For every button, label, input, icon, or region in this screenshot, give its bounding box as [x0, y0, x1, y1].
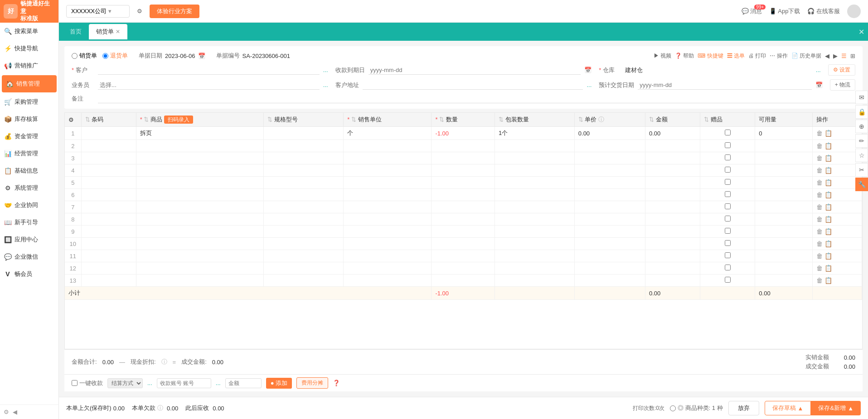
settings-icon[interactable]: ⚙	[4, 409, 9, 415]
delete-icon[interactable]: 🗑	[816, 216, 823, 223]
copy-icon[interactable]: 📋	[824, 216, 832, 223]
amount-input[interactable]	[225, 378, 262, 388]
print-btn[interactable]: 🖨 打印	[748, 52, 766, 60]
ops-btn[interactable]: ⋯ 操作	[770, 52, 787, 60]
cell-qty[interactable]	[432, 262, 495, 275]
cell-barcode[interactable]	[81, 189, 136, 201]
history-btn[interactable]: 📄 历史单据	[791, 52, 821, 60]
sidebar-item-guide[interactable]: 📖 新手引导	[0, 214, 58, 231]
cell-gift[interactable]	[700, 201, 755, 213]
cell-pkg-qty[interactable]	[495, 213, 574, 226]
copy-icon[interactable]: 📋	[824, 265, 832, 272]
copy-icon[interactable]: 📋	[824, 203, 832, 211]
cell-amount[interactable]	[645, 164, 700, 177]
cell-qty[interactable]	[432, 226, 495, 238]
cell-gift[interactable]	[700, 140, 755, 152]
tab-sales-order[interactable]: 销货单 ✕	[89, 24, 127, 39]
cell-gift[interactable]	[700, 213, 755, 226]
gift-checkbox[interactable]	[725, 179, 731, 185]
cell-pkg-qty[interactable]: 1个	[495, 127, 574, 140]
gift-checkbox[interactable]	[725, 167, 731, 173]
goods-type-checkbox[interactable]: ◎ 商品种类: 1 种	[670, 404, 723, 412]
sidebar-item-purchase[interactable]: 🛒 采购管理	[0, 93, 58, 111]
float-lock-btn[interactable]: 🔒	[855, 105, 868, 119]
expected-date-input[interactable]	[638, 81, 811, 90]
cell-barcode[interactable]	[81, 226, 136, 238]
radio-return-order[interactable]: 退货单	[102, 52, 128, 60]
cell-spec[interactable]	[264, 226, 344, 238]
cell-unit[interactable]	[344, 189, 432, 201]
cell-pkg-qty[interactable]	[495, 152, 574, 164]
sidebar-item-operations[interactable]: 📊 经营管理	[0, 145, 58, 162]
cell-spec[interactable]	[264, 213, 344, 226]
cell-unit[interactable]	[344, 177, 432, 189]
cell-amount[interactable]	[645, 262, 700, 275]
settings-btn[interactable]: ⚙ 设置	[828, 64, 855, 76]
cell-amount[interactable]	[645, 140, 700, 152]
info-icon[interactable]: ⓘ	[598, 116, 604, 123]
cell-amount[interactable]	[645, 201, 700, 213]
cell-spec[interactable]	[264, 250, 344, 262]
delete-icon[interactable]: 🗑	[816, 228, 823, 235]
cell-goods[interactable]: 拆页	[136, 127, 264, 140]
cell-qty[interactable]	[432, 140, 495, 152]
cell-barcode[interactable]	[81, 177, 136, 189]
cell-unit[interactable]	[344, 213, 432, 226]
sidebar-item-search[interactable]: 🔍 搜索菜单	[0, 23, 58, 40]
sidebar-item-system[interactable]: ⚙ 系统管理	[0, 179, 58, 197]
float-edit-btn[interactable]: ✏	[855, 134, 868, 148]
cell-price[interactable]	[574, 201, 645, 213]
cell-gift[interactable]	[700, 164, 755, 177]
message-wrap[interactable]: 💬 消息 99+	[742, 7, 762, 15]
memo-input[interactable]	[98, 94, 855, 103]
cell-amount[interactable]	[645, 226, 700, 238]
cell-unit[interactable]	[344, 226, 432, 238]
cell-pkg-qty[interactable]	[495, 238, 574, 250]
copy-icon[interactable]: 📋	[824, 191, 832, 198]
cell-pkg-qty[interactable]	[495, 164, 574, 177]
next-record-icon[interactable]: ▶	[833, 53, 838, 59]
gift-checkbox[interactable]	[725, 216, 731, 222]
cell-qty[interactable]	[432, 152, 495, 164]
flow-btn[interactable]: + 物流	[830, 79, 855, 91]
tab-home[interactable]: 首页	[63, 24, 89, 39]
gift-checkbox[interactable]	[725, 154, 731, 160]
video-btn[interactable]: ▶ 视频	[654, 52, 671, 60]
radio-sale-order[interactable]: 销货单	[72, 52, 97, 60]
company-selector[interactable]: XXXXXX公司 ▾	[66, 5, 130, 18]
account-dots[interactable]: ...	[216, 380, 221, 386]
sidebar-item-basic-info[interactable]: 📋 基础信息	[0, 162, 58, 179]
cell-gift[interactable]	[700, 238, 755, 250]
cell-unit[interactable]	[344, 262, 432, 275]
select-btn[interactable]: ☰ 选单	[727, 52, 745, 60]
delete-icon[interactable]: 🗑	[816, 252, 823, 260]
sort-icon[interactable]: ⇅	[85, 116, 90, 123]
trial-button[interactable]: 体验行业方案	[150, 5, 199, 18]
float-tool-btn[interactable]: 🔧	[855, 178, 868, 191]
cell-goods[interactable]	[136, 177, 264, 189]
gift-checkbox[interactable]	[725, 252, 731, 258]
close-tab-icon[interactable]: ✕	[858, 28, 864, 36]
cell-price[interactable]	[574, 164, 645, 177]
cell-goods[interactable]	[136, 275, 264, 287]
sidebar-item-finance[interactable]: 💰 资金管理	[0, 128, 58, 145]
cell-gift[interactable]	[700, 226, 755, 238]
help-btn[interactable]: ❓ 帮助	[675, 52, 694, 60]
cell-spec[interactable]	[264, 127, 344, 140]
cell-qty[interactable]	[432, 213, 495, 226]
discount-info-icon[interactable]: ⓘ	[161, 358, 167, 366]
delete-icon[interactable]: 🗑	[816, 277, 823, 284]
cell-goods[interactable]	[136, 201, 264, 213]
cell-pkg-qty[interactable]	[495, 250, 574, 262]
sort-icon[interactable]: ⇅	[704, 116, 709, 123]
cell-goods[interactable]	[136, 226, 264, 238]
settings-button[interactable]: ⚙	[133, 5, 146, 18]
prev-record-icon[interactable]: ◀	[825, 53, 829, 59]
cell-pkg-qty[interactable]	[495, 140, 574, 152]
salesman-dots[interactable]: ...	[323, 82, 328, 88]
method-dots[interactable]: ...	[147, 380, 152, 386]
warehouse-dots[interactable]: ...	[816, 67, 821, 73]
grid-view-icon[interactable]: ⊞	[850, 53, 855, 59]
sort-icon[interactable]: ⇅	[439, 116, 444, 123]
sidebar-item-quick-nav[interactable]: ⚡ 快捷导航	[0, 40, 58, 57]
